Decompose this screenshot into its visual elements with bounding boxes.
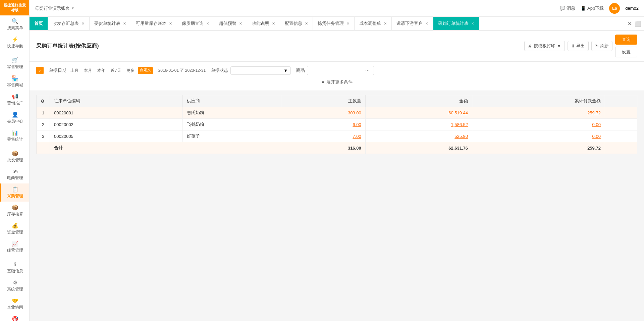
wholesale-icon: 📦 [12, 150, 18, 157]
sidebar-item-label: 零售商城 [7, 82, 23, 88]
tab-close-icon[interactable]: ✕ [206, 21, 209, 26]
amount-link[interactable]: 60,519.44 [448, 110, 468, 115]
tab-config-info[interactable]: 配置信息 ✕ [280, 17, 313, 30]
qty-link[interactable]: 7.00 [353, 134, 361, 139]
sidebar-item-label: 会员中心 [7, 118, 23, 124]
tab-close-icon[interactable]: ✕ [425, 21, 428, 26]
tab-close-icon[interactable]: ✕ [239, 21, 242, 26]
tab-order-summary[interactable]: 要货单统计表 ✕ [90, 17, 131, 30]
goods-more-icon[interactable]: ··· [364, 67, 371, 73]
expand-more-button[interactable]: ▼ 展开更多条件 [318, 78, 356, 87]
sidebar-item-inventory[interactable]: 📦 库存核算 [0, 202, 29, 220]
tab-label: 邀请下游客户 [396, 20, 423, 26]
page: 采购订单统计表(按供应商) 🖨 按模板打印 ▼ ⬇ 导出 ↻ 刷新 查询 [30, 31, 644, 321]
tab-home[interactable]: 首页 [30, 17, 48, 30]
tab-label: 成本调整单 [359, 20, 381, 26]
tab-close-icon[interactable]: ✕ [82, 21, 85, 26]
tab-invite-downstream[interactable]: 邀请下游客户 ✕ [392, 17, 433, 30]
username: demo2 [625, 6, 639, 11]
workspace-selector[interactable]: 母婴行业演示账套 ▼ [35, 5, 74, 11]
template-print-button[interactable]: 🖨 按模板打印 ▼ [524, 41, 565, 51]
tab-close-icon[interactable]: ✕ [471, 21, 474, 26]
tab-purchase-summary[interactable]: 采购订单统计表 ✕ [433, 17, 479, 30]
filter-bar: › 单据日期 上月 本月 本年 近7天 更多 自定义 2016-01-01 至 … [30, 62, 644, 91]
refresh-label: 刷新 [600, 43, 609, 49]
tab-label: 收发存汇总表 [53, 20, 79, 26]
goods-input[interactable]: ··· [307, 66, 374, 75]
sidebar-item-wholesale[interactable]: 📦 批发管理 [0, 148, 29, 166]
sidebar-item-marketing[interactable]: 📢 营销推广 [0, 91, 29, 109]
tab-function-desc[interactable]: 功能说明 ✕ [247, 17, 280, 30]
date-shortcut-this-month[interactable]: 本月 [82, 67, 94, 74]
row-extra [605, 119, 637, 130]
sidebar-item-label: 批发管理 [7, 157, 23, 163]
tab-close-icon[interactable]: ✕ [346, 21, 350, 26]
date-shortcut-more[interactable]: 更多 [124, 67, 137, 74]
sidebar-item-finance[interactable]: 💰 资金管理 [0, 220, 29, 238]
amount-link[interactable]: 525.80 [454, 134, 468, 139]
tab-close-icon[interactable]: ✕ [272, 21, 275, 26]
user-avatar[interactable]: Ea [609, 3, 620, 14]
sidebar-item-quick-nav[interactable]: ⚡ 快捷导航 [0, 34, 29, 52]
date-shortcut-7days[interactable]: 近7天 [109, 67, 123, 74]
tab-pick-task[interactable]: 拣货任务管理 ✕ [313, 17, 355, 30]
tab-close-icon[interactable]: ✕ [305, 21, 308, 26]
app-download-button[interactable]: 📱 App下载 [581, 5, 604, 11]
refresh-button[interactable]: ↻ 刷新 [591, 41, 612, 51]
tab-overstock-alert[interactable]: 超储预警 ✕ [214, 17, 247, 30]
sidebar-item-operations[interactable]: 📈 经营管理 [0, 238, 29, 256]
sidebar-item-member[interactable]: 👤 会员中心 [0, 109, 29, 127]
th-code: 往来单位编码 [50, 95, 183, 107]
sidebar-item-new-user[interactable]: 🎯 新手引导 [0, 313, 29, 321]
paid-link[interactable]: 0.00 [592, 134, 601, 139]
sidebar-item-retail[interactable]: 🛒 零售管理 [0, 54, 29, 72]
sidebar-item-retail-shop[interactable]: 🏪 零售商城 [0, 72, 29, 91]
tab-available-stock[interactable]: 可用量库存账本 ✕ [131, 17, 177, 30]
tab-label: 保质期查询 [182, 20, 204, 26]
expand-label: 展开更多条件 [326, 79, 353, 85]
row-supplier: 惠氏奶粉 [182, 107, 282, 119]
sidebar-item-retail-stats[interactable]: 📊 零售统计 [0, 127, 29, 145]
sidebar-item-search[interactable]: 🔍 搜索英单 [0, 15, 29, 34]
table-footer-row: 合计 316.00 62,631.76 259.72 [37, 142, 637, 154]
sidebar-item-enterprise[interactable]: 🤝 企业协同 [0, 295, 29, 313]
row-paid: 0.00 [472, 130, 605, 142]
tab-close-icon[interactable]: ✕ [123, 21, 126, 26]
settings-button[interactable]: 设置 [615, 47, 637, 57]
date-shortcut-last-month[interactable]: 上月 [68, 67, 80, 74]
tab-close-icon[interactable]: ✕ [169, 21, 172, 26]
sidebar-item-label: 搜索英单 [7, 25, 23, 31]
query-button[interactable]: 查询 [615, 35, 637, 45]
paid-link[interactable]: 0.00 [592, 122, 601, 127]
sidebar: 畅捷通好生意 标版 🔍 搜索英单 ⚡ 快捷导航 🛒 零售管理 🏪 零售商城 📢 … [0, 0, 30, 321]
settings-col-icon[interactable]: ⚙ [41, 99, 45, 104]
filter-expand-toggle[interactable]: › [36, 67, 44, 74]
date-shortcut-this-year[interactable]: 本年 [95, 67, 107, 74]
marketing-icon: 📢 [12, 93, 18, 100]
amount-link[interactable]: 1,586.52 [451, 122, 468, 127]
qty-link[interactable]: 303.00 [348, 110, 361, 115]
tab-warranty-query[interactable]: 保质期查询 ✕ [177, 17, 214, 30]
message-button[interactable]: 💬 消息 [560, 5, 575, 11]
row-extra [605, 130, 637, 142]
sidebar-item-basic-info[interactable]: ℹ 基础信息 [0, 259, 29, 277]
tab-close-icon[interactable]: ✕ [384, 21, 387, 26]
search-icon: 🔍 [12, 18, 18, 24]
qty-link[interactable]: 6.00 [353, 122, 361, 127]
sidebar-item-purchase[interactable]: 📋 采购管理 [0, 183, 29, 202]
tab-menu-icon[interactable]: ⬜ [635, 20, 641, 27]
paid-link[interactable]: 259.72 [587, 110, 601, 115]
tab-cost-adjust[interactable]: 成本调整单 ✕ [355, 17, 392, 30]
tab-receive-summary[interactable]: 收发存汇总表 ✕ [48, 17, 90, 30]
tab-bar: 首页 收发存汇总表 ✕ 要货单统计表 ✕ 可用量库存账本 ✕ 保质期查询 ✕ 超… [30, 17, 644, 31]
footer-label: 合计 [50, 142, 282, 154]
shop-icon: 🏪 [12, 75, 18, 82]
member-icon: 👤 [12, 111, 18, 118]
sidebar-item-system[interactable]: ⚙ 系统管理 [0, 277, 29, 295]
retail-icon: 🛒 [12, 57, 18, 63]
tab-close-all-icon[interactable]: ✕ [628, 20, 632, 27]
status-select[interactable]: ▼ [230, 66, 291, 75]
row-qty: 303.00 [282, 107, 365, 119]
export-button[interactable]: ⬇ 导出 [568, 41, 589, 51]
sidebar-item-ecommerce[interactable]: 🛍 电商管理 [0, 166, 29, 183]
